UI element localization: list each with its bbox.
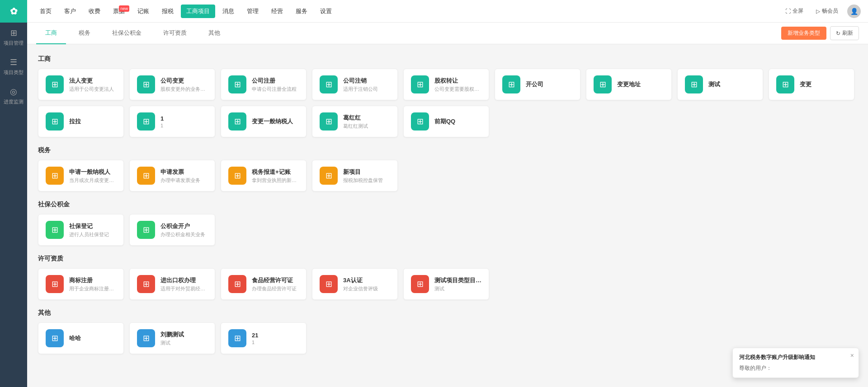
card-title-cert-3a: 3A认证 — [343, 276, 378, 284]
avatar[interactable]: 👤 — [847, 5, 861, 18]
tab-social[interactable]: 社保公积金 — [103, 23, 151, 44]
sidebar-item-project-mgmt[interactable]: ⊞ 项目管理 — [4, 23, 24, 52]
card-icon-apply-taxpayer: ⊞ — [46, 167, 64, 185]
card-desc-company-change: 股权变更外的业务变更 — [160, 86, 208, 93]
card-apply-invoice[interactable]: ⊞ 申请发票 办理申请发票业务 — [129, 160, 215, 191]
card-front-qq[interactable]: ⊞ 前期QQ — [403, 106, 489, 137]
tab-industry[interactable]: 工商 — [36, 23, 66, 44]
member-btn[interactable]: ▷ 畅会员 — [812, 5, 842, 17]
card-desc-food-license: 办理食品经营许可证 — [252, 285, 297, 292]
card-title-company-change: 公司变更 — [160, 77, 208, 85]
add-type-button[interactable]: 新增业务类型 — [781, 27, 826, 40]
card-title-lala: 拉拉 — [69, 117, 81, 126]
sidebar-item-progress-monitor[interactable]: ◎ 进度监测 — [4, 81, 24, 111]
card-trademark[interactable]: ⊞ 商标注册 用于企业商标注册服务 — [38, 268, 124, 300]
card-desc-guhonghong: 葛红红测试 — [343, 123, 368, 130]
card-text-change-address: 变更地址 — [617, 80, 641, 89]
card-icon-company-cancel: ⊞ — [320, 75, 338, 93]
card-num1[interactable]: ⊞ 1 1 — [129, 106, 215, 137]
card-legal-change[interactable]: ⊞ 法人变更 适用于公司变更法人 — [38, 69, 124, 100]
card-lala[interactable]: ⊞ 拉拉 — [38, 106, 124, 137]
topnav-item-invoice[interactable]: 票据new — [108, 5, 130, 18]
card-open-company[interactable]: ⊞ 开公司 — [495, 69, 580, 100]
topnav-item-message[interactable]: 消息 — [217, 5, 240, 18]
card-liupeng-test[interactable]: ⊞ 刘鹏测试 测试 — [129, 322, 215, 354]
section-industry: 工商 ⊞ 法人变更 适用于公司变更法人 ⊞ 公司变更 股权变更外的业务变更 ⊞ … — [38, 55, 857, 137]
card-cert-3a[interactable]: ⊞ 3A认证 对企业信誉评级 — [312, 268, 398, 300]
card-company-cancel[interactable]: ⊞ 公司注销 适用于注销公司 — [312, 69, 398, 100]
card-title-num21: 21 — [252, 332, 258, 339]
topnav-item-accounting[interactable]: 记账 — [132, 5, 155, 18]
card-change-taxpayer[interactable]: ⊞ 变更一般纳税人 — [221, 106, 307, 137]
card-desc-apply-invoice: 办理申请发票业务 — [160, 177, 200, 184]
card-title-front-qq: 前期QQ — [434, 117, 455, 126]
topnav-item-tax[interactable]: 报税 — [156, 5, 179, 18]
card-title-import-export: 进出口权办理 — [160, 276, 208, 284]
tab-tax[interactable]: 税务 — [70, 23, 99, 44]
card-title-change-taxpayer: 变更一般纳税人 — [252, 117, 293, 126]
topnav-item-home[interactable]: 首页 — [34, 5, 57, 18]
refresh-button[interactable]: ↻ 刷新 — [830, 26, 859, 40]
card-company-reg[interactable]: ⊞ 公司注册 申请公司注册全流程 — [221, 69, 307, 100]
card-apply-taxpayer[interactable]: ⊞ 申请一般纳税人 当月或次月成变更完成 — [38, 160, 124, 191]
cards-grid-tax: ⊞ 申请一般纳税人 当月或次月成变更完成 ⊞ 申请发票 办理申请发票业务 ⊞ 税… — [38, 160, 857, 191]
card-food-license[interactable]: ⊞ 食品经营许可证 办理食品经营许可证 — [221, 268, 307, 300]
card-title-tax-report: 税务报道+记账 — [252, 168, 299, 176]
card-text-import-export: 进出口权办理 适用于对外贸易经营者 — [160, 276, 208, 292]
card-icon-new-project: ⊞ — [320, 167, 338, 185]
notification-title: 河北税务数字账户升级影响通知 — [739, 354, 852, 361]
card-desc-cert-3a: 对企业信誉评级 — [343, 285, 378, 292]
card-tax-report[interactable]: ⊞ 税务报道+记账 拿到营业执照的新公司 — [221, 160, 307, 191]
fullscreen-label: 全屏 — [793, 7, 803, 15]
topnav-item-customer[interactable]: 客户 — [59, 5, 81, 18]
card-change-address[interactable]: ⊞ 变更地址 — [586, 69, 672, 100]
card-icon-guhonghong: ⊞ — [320, 112, 338, 131]
card-text-test-proj-type: 测试项目类型目定义 测试 — [434, 276, 481, 292]
topnav-item-settings[interactable]: 设置 — [315, 5, 337, 18]
card-change1[interactable]: ⊞ 变更 — [769, 69, 854, 100]
card-import-export[interactable]: ⊞ 进出口权办理 适用于对外贸易经营者 — [129, 268, 215, 300]
fullscreen-btn[interactable]: ⛶ 全屏 — [782, 5, 807, 17]
project-mgmt-icon: ⊞ — [10, 28, 17, 38]
card-icon-company-reg: ⊞ — [228, 75, 246, 93]
topnav-item-operation[interactable]: 经营 — [266, 5, 288, 18]
card-icon-open-company: ⊞ — [502, 75, 520, 93]
card-equity-transfer[interactable]: ⊞ 股权转让 公司变更需要股权转让 — [403, 69, 489, 100]
card-icon-change-taxpayer: ⊞ — [228, 112, 246, 131]
card-haha[interactable]: ⊞ 哈哈 — [38, 322, 124, 354]
section-other: 其他 ⊞ 哈哈 ⊞ 刘鹏测试 测试 ⊞ 21 1 — [38, 309, 857, 354]
notification-close[interactable]: × — [850, 352, 854, 359]
topnav-item-management[interactable]: 管理 — [241, 5, 264, 18]
card-icon-change-address: ⊞ — [594, 75, 612, 93]
card-icon-company-change: ⊞ — [137, 75, 155, 93]
avatar-icon: 👤 — [850, 8, 858, 15]
card-company-change[interactable]: ⊞ 公司变更 股权变更外的业务变更 — [129, 69, 215, 100]
card-text-fund-open: 公积金开户 办理公积金相关业务 — [160, 222, 205, 238]
card-text-trademark: 商标注册 用于企业商标注册服务 — [69, 276, 116, 292]
card-new-project[interactable]: ⊞ 新项目 报税加税控盘保管 — [312, 160, 398, 191]
card-icon-num21: ⊞ — [228, 329, 246, 347]
card-num21[interactable]: ⊞ 21 1 — [221, 322, 307, 354]
card-icon-food-license: ⊞ — [228, 275, 246, 293]
sidebar-item-project-type[interactable]: ☰ 项目类型 — [4, 52, 24, 81]
card-icon-apply-invoice: ⊞ — [137, 167, 155, 185]
card-social-reg[interactable]: ⊞ 社保登记 进行人员社保登记 — [38, 214, 124, 246]
topnav-item-industry[interactable]: 工商项目 — [181, 5, 215, 18]
sidebar-logo[interactable]: ✿ — [0, 0, 27, 23]
card-title-apply-invoice: 申请发票 — [160, 168, 200, 176]
card-desc-company-reg: 申请公司注册全流程 — [252, 86, 297, 93]
section-tax: 税务 ⊞ 申请一般纳税人 当月或次月成变更完成 ⊞ 申请发票 办理申请发票业务 … — [38, 146, 857, 191]
card-test-proj-type[interactable]: ⊞ 测试项目类型目定义 测试 — [403, 268, 489, 300]
card-guhonghong[interactable]: ⊞ 葛红红 葛红红测试 — [312, 106, 398, 137]
topnav-item-service[interactable]: 服务 — [290, 5, 313, 18]
tab-license[interactable]: 许可资质 — [154, 23, 196, 44]
topnav: 首页客户收费票据new记账报税工商项目消息管理经营服务设置 ⛶ 全屏 ▷ 畅会员… — [27, 0, 868, 23]
card-icon-test-proj-type: ⊞ — [411, 275, 429, 293]
card-title-company-reg: 公司注册 — [252, 77, 297, 85]
card-test1[interactable]: ⊞ 测试 — [677, 69, 763, 100]
topnav-item-billing[interactable]: 收费 — [83, 5, 106, 18]
card-fund-open[interactable]: ⊞ 公积金开户 办理公积金相关业务 — [129, 214, 215, 246]
card-icon-num1: ⊞ — [137, 112, 155, 131]
tab-other[interactable]: 其他 — [199, 23, 229, 44]
fullscreen-icon: ⛶ — [785, 8, 791, 14]
